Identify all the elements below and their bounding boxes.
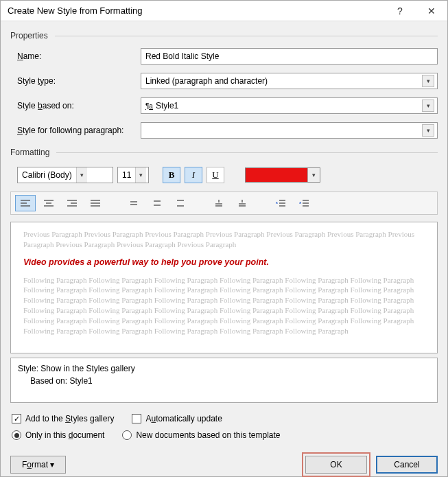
scope-radio-row: Only in this document New documents base… bbox=[12, 430, 438, 440]
style-type-combo[interactable]: Linked (paragraph and character) ▾ bbox=[141, 73, 438, 89]
onehalf-spacing-icon bbox=[152, 199, 163, 207]
style-type-label: Style type: bbox=[10, 76, 141, 86]
decrease-indent-icon bbox=[275, 199, 286, 207]
following-label: Style for following paragraph: bbox=[10, 126, 141, 135]
chevron-down-icon: ▾ bbox=[422, 75, 434, 87]
font-size-combo[interactable]: 11 ▾ bbox=[117, 167, 149, 183]
style-description-line2: Based on: Style1 bbox=[18, 375, 430, 387]
format-button-label: Format ▾ bbox=[22, 460, 54, 469]
space-before-increase-button[interactable] bbox=[209, 195, 229, 211]
font-name-combo[interactable]: Calibri (Body) ▾ bbox=[17, 167, 113, 183]
chevron-down-icon: ▾ bbox=[76, 167, 87, 183]
align-justify-button[interactable] bbox=[85, 195, 106, 211]
underline-button[interactable]: U bbox=[207, 167, 224, 183]
new-docs-label: New documents based on this template bbox=[136, 430, 280, 440]
close-button[interactable]: ✕ bbox=[416, 1, 447, 21]
gallery-checks-row: ✓ Add to the Styles gallery Automaticall… bbox=[12, 414, 438, 423]
font-name-value: Calibri (Body) bbox=[22, 170, 72, 180]
style-description-box: Style: Show in the Styles gallery Based … bbox=[10, 358, 438, 403]
cancel-button[interactable]: Cancel bbox=[376, 456, 438, 474]
titlebar: Create New Style from Formatting ? ✕ bbox=[1, 1, 447, 21]
based-on-value: Style1 bbox=[156, 101, 178, 110]
decrease-indent-button[interactable] bbox=[270, 195, 291, 211]
only-this-doc-label: Only in this document bbox=[25, 430, 104, 440]
checkbox-icon bbox=[132, 414, 141, 423]
help-button[interactable]: ? bbox=[384, 1, 416, 21]
only-this-doc-radio[interactable]: Only in this document bbox=[12, 430, 104, 440]
italic-button[interactable]: I bbox=[185, 167, 202, 183]
align-right-icon bbox=[67, 199, 78, 207]
formatting-toolbar: Calibri (Body) ▾ 11 ▾ B I U ▾ bbox=[10, 167, 438, 183]
paragraph-mark-icon: ¶a bbox=[145, 102, 153, 110]
radio-icon bbox=[122, 430, 132, 440]
font-color-button[interactable]: ▾ bbox=[245, 167, 320, 183]
paragraph-toolbar bbox=[10, 191, 438, 215]
name-label: Name: bbox=[10, 51, 141, 61]
following-combo[interactable]: ▾ bbox=[141, 122, 438, 139]
dialog-content: Properties Name: Style type: Linked (par… bbox=[1, 21, 447, 477]
color-swatch-icon bbox=[246, 168, 307, 182]
based-on-combo[interactable]: ¶a Style1 ▾ bbox=[141, 97, 438, 114]
preview-next-paragraph: Following Paragraph Following Paragraph … bbox=[23, 275, 425, 336]
new-docs-radio[interactable]: New documents based on this template bbox=[122, 430, 280, 440]
style-type-row: Style type: Linked (paragraph and charac… bbox=[10, 73, 438, 89]
align-justify-icon bbox=[90, 199, 101, 207]
chevron-down-icon: ▾ bbox=[135, 167, 146, 183]
format-button[interactable]: Format ▾ bbox=[10, 456, 66, 474]
preview-prev-paragraph: Previous Paragraph Previous Paragraph Pr… bbox=[23, 229, 425, 250]
double-spacing-icon bbox=[175, 199, 186, 207]
single-spacing-button[interactable] bbox=[123, 195, 144, 211]
dialog-footer: Format ▾ OK Cancel bbox=[10, 452, 438, 477]
radio-icon bbox=[12, 430, 21, 440]
window-title: Create New Style from Formatting bbox=[8, 5, 384, 16]
formatting-section-label: Formatting bbox=[10, 148, 438, 157]
align-right-button[interactable] bbox=[62, 195, 82, 211]
double-spacing-button[interactable] bbox=[170, 195, 191, 211]
single-spacing-icon bbox=[128, 199, 139, 207]
space-before-decrease-icon bbox=[237, 199, 248, 207]
preview-sample-text: Video provides a powerful way to help yo… bbox=[23, 257, 425, 268]
bold-button[interactable]: B bbox=[163, 167, 180, 183]
based-on-row: Style based on: ¶a Style1 ▾ bbox=[10, 97, 438, 114]
properties-section-label: Properties bbox=[10, 31, 438, 40]
auto-update-label: Automatically update bbox=[145, 414, 222, 423]
help-icon: ? bbox=[397, 5, 403, 16]
name-row: Name: bbox=[10, 48, 438, 65]
align-center-button[interactable] bbox=[38, 195, 59, 211]
space-before-decrease-button[interactable] bbox=[232, 195, 252, 211]
checkbox-icon: ✓ bbox=[12, 414, 21, 423]
align-center-icon bbox=[43, 199, 54, 207]
font-size-value: 11 bbox=[122, 170, 131, 180]
align-left-button[interactable] bbox=[15, 195, 36, 211]
align-left-icon bbox=[20, 199, 31, 207]
ok-button[interactable]: OK bbox=[305, 456, 367, 474]
add-to-gallery-label: Add to the Styles gallery bbox=[25, 414, 114, 423]
close-icon: ✕ bbox=[427, 5, 436, 16]
add-to-gallery-check[interactable]: ✓ Add to the Styles gallery bbox=[12, 414, 114, 423]
chevron-down-icon: ▾ bbox=[422, 124, 434, 137]
following-row: Style for following paragraph: ▾ bbox=[10, 122, 438, 139]
increase-indent-button[interactable] bbox=[294, 195, 314, 211]
auto-update-check[interactable]: Automatically update bbox=[132, 414, 222, 423]
increase-indent-icon bbox=[298, 199, 309, 207]
based-on-label: Style based on: bbox=[10, 101, 141, 110]
onehalf-spacing-button[interactable] bbox=[147, 195, 167, 211]
create-style-dialog: Create New Style from Formatting ? ✕ Pro… bbox=[0, 0, 448, 477]
style-description-line1: Style: Show in the Styles gallery bbox=[18, 362, 430, 375]
name-input[interactable] bbox=[141, 48, 438, 65]
ok-highlight: OK bbox=[302, 452, 370, 477]
style-type-value: Linked (paragraph and character) bbox=[145, 76, 268, 86]
chevron-down-icon: ▾ bbox=[422, 100, 434, 112]
space-before-increase-icon bbox=[213, 199, 224, 207]
chevron-down-icon: ▾ bbox=[307, 168, 320, 182]
preview-pane: Previous Paragraph Previous Paragraph Pr… bbox=[10, 222, 438, 353]
